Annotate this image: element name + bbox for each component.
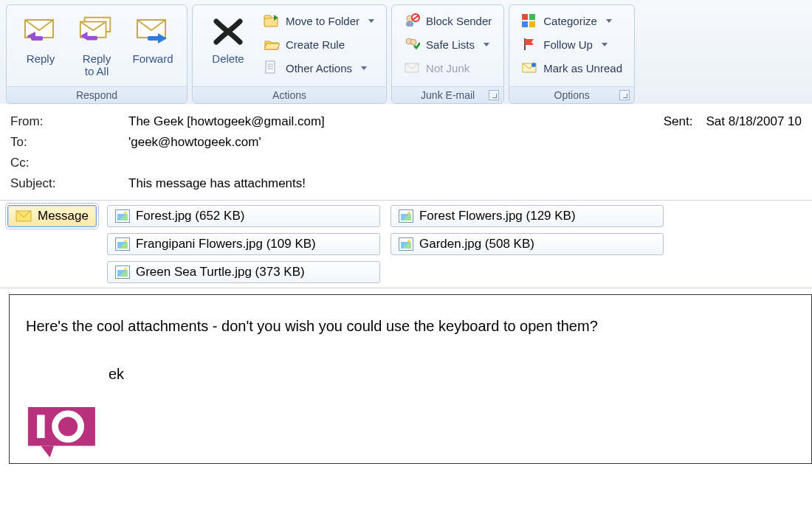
reply-all-label: Reply to All: [83, 52, 111, 78]
attachment-label: Forest Flowers.jpg (129 KB): [419, 209, 576, 223]
block-sender-icon: [404, 13, 420, 29]
envelope-closed-icon: [521, 60, 537, 76]
image-file-icon: [399, 237, 413, 251]
attachment-label: Frangipani Flowers.jpg (109 KB): [136, 237, 316, 251]
forward-button[interactable]: Forward: [125, 10, 181, 65]
to-label: To:: [10, 135, 128, 150]
to-value: 'geek@howtogeek.com': [128, 135, 802, 150]
mark-unread-button[interactable]: Mark as Unread: [518, 58, 625, 77]
block-sender-button[interactable]: Block Sender: [401, 11, 495, 30]
svg-point-26: [531, 63, 536, 67]
categorize-icon: [521, 13, 537, 29]
delete-button[interactable]: Delete: [199, 10, 258, 65]
move-to-folder-button[interactable]: Move to Folder: [261, 11, 377, 30]
mark-unread-label: Mark as Unread: [543, 62, 622, 74]
safe-lists-label: Safe Lists: [426, 38, 475, 51]
move-folder-icon: [264, 13, 280, 29]
message-body[interactable]: Here's the cool attachments - don't you …: [9, 294, 812, 464]
forward-label: Forward: [132, 52, 173, 65]
reply-button[interactable]: Reply: [13, 10, 69, 65]
from-value: The Geek [howtogeek@gmail.com]: [128, 114, 664, 129]
group-respond: Reply Reply to All: [6, 4, 187, 104]
safe-lists-button[interactable]: Safe Lists: [401, 35, 495, 54]
attachments-list: Forest.jpg (652 KB) Forest Flowers.jpg (…: [107, 205, 664, 283]
from-label: From:: [10, 114, 128, 129]
envelope-icon: [16, 210, 32, 222]
svg-marker-29: [41, 446, 54, 458]
categorize-label: Categorize: [543, 15, 597, 27]
sent-label: Sent:: [664, 114, 693, 129]
svg-rect-30: [37, 415, 45, 439]
safe-lists-icon: [404, 36, 420, 52]
dialog-launcher-icon[interactable]: [489, 90, 499, 100]
group-actions-label: Actions: [193, 86, 386, 103]
delete-x-icon: [209, 13, 247, 51]
image-file-icon: [399, 209, 413, 223]
ribbon: Reply Reply to All: [0, 0, 812, 104]
attachment-label: Garden.jpg (508 KB): [419, 237, 534, 251]
chevron-down-icon: [361, 66, 367, 70]
svg-rect-9: [266, 61, 275, 73]
subject-label: Subject:: [10, 176, 128, 191]
move-to-folder-label: Move to Folder: [286, 15, 359, 27]
svg-rect-22: [522, 21, 528, 27]
chevron-down-icon: [484, 43, 489, 46]
cc-label: Cc:: [10, 156, 128, 170]
svg-point-18: [410, 39, 416, 45]
signature-fragment: ek: [26, 364, 795, 385]
svg-rect-21: [529, 14, 535, 20]
create-rule-button[interactable]: Create Rule: [261, 35, 377, 54]
svg-rect-14: [406, 21, 413, 27]
group-junk-label: Junk E-mail: [392, 86, 503, 103]
group-respond-label: Respond: [7, 86, 187, 103]
message-tab-label: Message: [38, 209, 89, 223]
folder-open-icon: [264, 36, 280, 52]
svg-rect-4: [86, 36, 97, 41]
attachment-item[interactable]: Green Sea Turtle.jpg (373 KB): [107, 261, 380, 283]
block-sender-label: Block Sender: [426, 15, 492, 27]
reply-all-button[interactable]: Reply to All: [69, 10, 125, 78]
svg-rect-23: [529, 21, 535, 27]
attachment-item[interactable]: Frangipani Flowers.jpg (109 KB): [107, 233, 380, 255]
image-file-icon: [115, 237, 130, 251]
document-gear-icon: [264, 60, 280, 76]
attachment-item[interactable]: Garden.jpg (508 KB): [390, 233, 664, 255]
dialog-launcher-icon[interactable]: [619, 90, 630, 100]
delete-label: Delete: [212, 52, 244, 65]
chevron-down-icon: [368, 19, 374, 23]
image-file-icon: [115, 266, 130, 279]
chevron-down-icon: [602, 43, 608, 46]
message-tab[interactable]: Message: [7, 205, 97, 227]
attachment-item[interactable]: Forest.jpg (652 KB): [107, 205, 380, 227]
image-file-icon: [115, 209, 130, 223]
watermark-io-icon: [23, 407, 104, 459]
svg-rect-6: [148, 36, 159, 41]
attachments-bar: Message Forest.jpg (652 KB) Forest Flowe…: [0, 200, 812, 288]
envelope-dim-icon: [404, 60, 420, 76]
envelope-forward-icon: [134, 13, 172, 51]
sent-value: Sat 8/18/2007 10: [706, 114, 802, 129]
svg-rect-8: [264, 15, 271, 18]
chevron-down-icon: [606, 19, 612, 23]
not-junk-label: Not Junk: [426, 62, 469, 74]
body-text: Here's the cool attachments - don't you …: [26, 316, 795, 337]
attachment-item[interactable]: Forest Flowers.jpg (129 KB): [390, 205, 664, 227]
attachment-label: Green Sea Turtle.jpg (373 KB): [136, 265, 305, 280]
other-actions-label: Other Actions: [286, 62, 352, 74]
svg-rect-20: [522, 14, 528, 20]
create-rule-label: Create Rule: [286, 38, 345, 51]
envelope-reply-all-icon: [78, 13, 116, 51]
svg-rect-1: [31, 36, 43, 41]
categorize-button[interactable]: Categorize: [518, 11, 625, 30]
other-actions-button[interactable]: Other Actions: [261, 58, 377, 77]
envelope-reply-icon: [21, 13, 60, 51]
follow-up-button[interactable]: Follow Up: [518, 35, 625, 54]
message-header: From: The Geek [howtogeek@gmail.com] Sen…: [0, 104, 812, 200]
not-junk-button: Not Junk: [401, 58, 495, 77]
group-actions: Delete Move to Folder: [192, 4, 387, 104]
subject-value: This message has attachments!: [128, 176, 802, 191]
attachment-label: Forest.jpg (652 KB): [136, 209, 244, 223]
group-junk: Block Sender Safe Lists: [391, 4, 504, 104]
flag-icon: [521, 36, 537, 52]
follow-up-label: Follow Up: [543, 38, 593, 51]
